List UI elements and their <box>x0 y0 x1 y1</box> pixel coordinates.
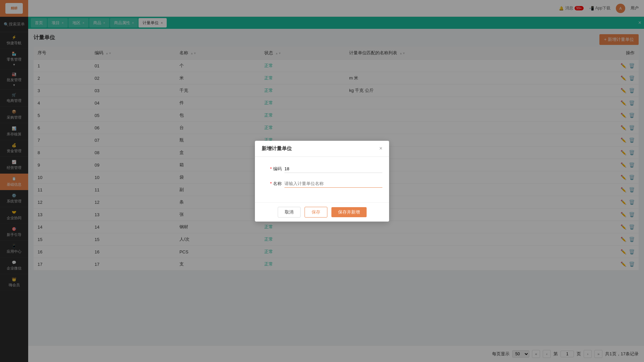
cancel-button[interactable]: 取消 <box>278 207 301 218</box>
save-and-new-button[interactable]: 保存并新增 <box>331 207 367 217</box>
add-unit-modal: 新增计量单位 × 编码 名称 取消 保存 保存并新增 <box>255 141 389 222</box>
modal-footer: 取消 保存 保存并新增 <box>255 202 389 222</box>
modal-title: 新增计量单位 <box>262 145 292 152</box>
modal-header: 新增计量单位 × <box>255 141 389 157</box>
modal-overlay: 新增计量单位 × 编码 名称 取消 保存 保存并新增 <box>0 0 644 362</box>
code-input[interactable] <box>284 165 382 173</box>
code-label: 编码 <box>262 166 282 172</box>
name-label: 名称 <box>262 181 282 187</box>
name-input[interactable] <box>284 180 382 188</box>
modal-body: 编码 名称 <box>255 157 389 202</box>
form-row-name: 名称 <box>262 180 382 188</box>
modal-close-button[interactable]: × <box>379 145 382 152</box>
save-button[interactable]: 保存 <box>305 207 327 218</box>
form-row-code: 编码 <box>262 165 382 173</box>
